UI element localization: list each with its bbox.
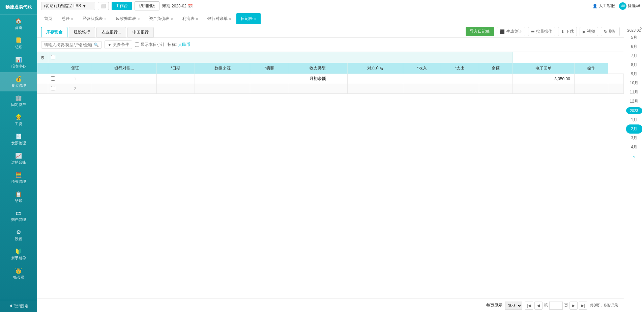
batch-op-button[interactable]: ☰ 批量操作 [528, 27, 555, 36]
sidebar-item-tax[interactable]: 🧮 税务管理 [0, 168, 37, 188]
next-page-button[interactable]: ▶ [569, 302, 578, 310]
date-month-1[interactable]: 1月 [626, 115, 642, 124]
last-page-button[interactable]: ▶| [579, 302, 587, 310]
per-page-select[interactable]: 100 50 200 [505, 302, 522, 310]
col-operation: 操作 [574, 63, 608, 74]
sidebar-item-sales[interactable]: 📈 进销台账 [0, 149, 37, 168]
support-link[interactable]: 👤 人工客服 [592, 3, 615, 9]
sidebar-label-sales: 进销台账 [11, 160, 26, 165]
daily-total-checkbox-label[interactable]: 显示本日小计 [135, 42, 165, 48]
row2-settings [37, 84, 48, 94]
tab-bank-statement-close[interactable]: × [229, 17, 231, 21]
bank-tab-construction[interactable]: 建设银行 [69, 27, 95, 37]
switch-old-button[interactable]: 切到旧版 [135, 1, 159, 10]
workbench-button[interactable]: 工作台 [112, 2, 132, 10]
daily-total-checkbox[interactable] [135, 42, 139, 47]
date-month-3[interactable]: 3月 [626, 134, 642, 143]
tab-receivable-close[interactable]: × [138, 17, 140, 21]
col-bank-reconcile: 银行对账... [92, 63, 157, 74]
tab-profit-close[interactable]: × [196, 17, 198, 21]
date-month-12[interactable]: 12月 [626, 97, 642, 106]
row1-settings [37, 74, 48, 84]
sidebar-item-vip[interactable]: 👑 畅会员 [0, 264, 37, 283]
tab-balance-sheet[interactable]: 资产负债表 × [145, 13, 177, 24]
search-box[interactable]: 🔍 [41, 41, 102, 49]
date-month-8[interactable]: 8月 [626, 60, 642, 69]
copy-icon-btn[interactable]: ⬜ [98, 2, 109, 10]
row2-checkbox[interactable] [48, 84, 58, 94]
date-month-5[interactable]: 5月 [626, 33, 642, 42]
user-menu[interactable]: 华 徐逢华 [619, 2, 640, 10]
download-label: 下载 [566, 29, 574, 34]
tab-home[interactable]: 首页 [40, 13, 57, 24]
calendar-icon[interactable]: 📅 [188, 4, 193, 8]
page-input[interactable]: 1 [549, 302, 563, 310]
tab-journal-close[interactable]: × [254, 17, 256, 21]
first-page-button[interactable]: |◀ [525, 302, 533, 310]
tab-profit[interactable]: 利润表 × [178, 13, 202, 24]
sidebar-item-home[interactable]: 🏠 首页 [0, 15, 37, 34]
period-value: 2023-02 [172, 4, 186, 8]
sidebar-item-assets[interactable]: 🏢 固定资产 [0, 91, 37, 111]
row1-checkbox[interactable] [48, 74, 58, 84]
tab-journal[interactable]: 日记账 × [236, 13, 261, 24]
sidebar-item-guide[interactable]: 🔰 新手引导 [0, 245, 37, 264]
table-settings-icon[interactable]: ⚙ [40, 55, 45, 60]
date-month-11[interactable]: 11月 [626, 88, 642, 97]
col-summary: *摘要 [250, 63, 288, 74]
refresh-button[interactable]: ↻ 刷新 [601, 27, 620, 36]
filter-button[interactable]: ▼ 更多条件 [105, 40, 132, 49]
bank-tab-cash[interactable]: 库存现金 [41, 27, 67, 37]
sidebar-item-finance[interactable]: 💰 资金管理 [0, 72, 37, 91]
guide-icon: 🔰 [15, 248, 22, 255]
date-month-9[interactable]: 9月 [626, 69, 642, 79]
sidebar-label-vip: 畅会员 [13, 275, 24, 280]
download-button[interactable]: ⬇ 下载 [558, 27, 577, 36]
col-counterpart: 对方户名 [347, 63, 403, 74]
generate-voucher-button[interactable]: ⬛ 生成凭证 [497, 27, 525, 36]
date-month-10[interactable]: 10月 [626, 79, 642, 88]
date-month-2-active[interactable]: 2月 [626, 124, 642, 134]
sidebar-label-finance: 资金管理 [11, 83, 26, 88]
date-panel-down-nav[interactable]: ⌄ [631, 152, 638, 160]
video-button[interactable]: ▶ 视频 [580, 27, 598, 36]
date-month-4[interactable]: 4月 [626, 143, 642, 152]
row1-bank-reconcile [156, 74, 195, 84]
currency-value[interactable]: 人民币 [178, 42, 190, 48]
date-month-7[interactable]: 7月 [626, 51, 642, 60]
tab-ledger-close[interactable]: × [71, 17, 73, 21]
bank-tab-china[interactable]: 中国银行 [127, 27, 154, 37]
year-2023-badge[interactable]: 2023 [626, 107, 642, 114]
import-journal-button[interactable]: 导入日记账 [466, 27, 494, 36]
unpin-sidebar[interactable]: ◀ 取消固定 [0, 300, 37, 312]
sidebar-item-archive[interactable]: 🗃 归档管理 [0, 207, 37, 226]
sidebar-item-settings[interactable]: ⚙ 设置 [0, 226, 37, 245]
row2-ereceipt [574, 84, 608, 94]
select-all-checkbox[interactable] [51, 55, 55, 59]
tab-receivable[interactable]: 应收账款表 × [112, 13, 144, 24]
ledger-icon: 📒 [15, 37, 22, 44]
refresh-icon: ↻ [604, 29, 607, 34]
row1-counterpart [403, 74, 441, 84]
tab-bank-statement[interactable]: 银行对账单 × [203, 13, 235, 24]
generate-voucher-label: 生成凭证 [506, 29, 522, 34]
row1-expense [479, 74, 513, 84]
company-selector[interactable]: (勿动) 江西赵宝·LSS ▼ [41, 2, 95, 10]
tab-operation[interactable]: 经营状况表 × [78, 13, 111, 24]
sidebar-item-ledger[interactable]: 📒 总账 [0, 34, 37, 53]
date-month-6[interactable]: 6月 [626, 42, 642, 51]
sidebar-item-invoice[interactable]: 🧾 发票管理 [0, 130, 37, 149]
tab-ledger[interactable]: 总账 × [57, 13, 78, 24]
prev-page-button[interactable]: ◀ [534, 302, 543, 310]
close-date-panel[interactable]: × [640, 26, 643, 31]
tab-operation-close[interactable]: × [104, 17, 106, 21]
search-input[interactable] [44, 42, 92, 47]
tab-bank-statement-label: 银行对账单 [207, 16, 228, 22]
tab-balance-sheet-close[interactable]: × [171, 17, 173, 21]
bank-tab-agriculture[interactable]: 农业银行... [96, 27, 126, 37]
sidebar-item-closing[interactable]: 📋 结账 [0, 188, 37, 207]
app-logo: 畅捷通易代账 [0, 0, 37, 15]
sidebar-item-reports[interactable]: 📊 报表中心 [0, 53, 37, 72]
row1-ereceipt [574, 74, 608, 84]
sidebar-item-salary[interactable]: 👷 工资 [0, 111, 37, 130]
